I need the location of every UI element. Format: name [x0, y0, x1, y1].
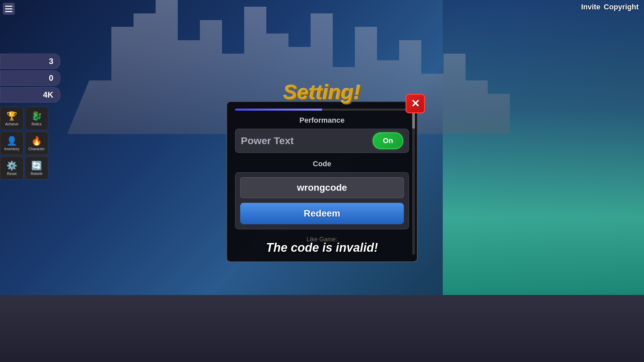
dialog-title: Setting!: [226, 80, 418, 104]
redeem-button[interactable]: Redeem: [240, 203, 404, 224]
power-text-label: Power Text: [241, 135, 294, 146]
code-section-label: Code: [235, 160, 409, 168]
power-text-toggle[interactable]: On: [373, 132, 403, 149]
power-text-row: Power Text On: [235, 129, 409, 153]
setting-panel: ✕ Performance Power Text On Code Redeem …: [226, 101, 418, 262]
code-input-wrap: Redeem: [235, 172, 409, 229]
scroll-bar[interactable]: [412, 109, 415, 255]
progress-bar: [235, 109, 409, 111]
code-input[interactable]: [240, 177, 404, 198]
close-button[interactable]: ✕: [406, 94, 425, 113]
error-message: The code is invalid!: [266, 241, 378, 255]
performance-label: Performance: [235, 116, 409, 125]
modal-overlay: Setting! ✕ Performance Power Text On Cod…: [0, 0, 644, 362]
setting-dialog: Setting! ✕ Performance Power Text On Cod…: [226, 80, 418, 262]
